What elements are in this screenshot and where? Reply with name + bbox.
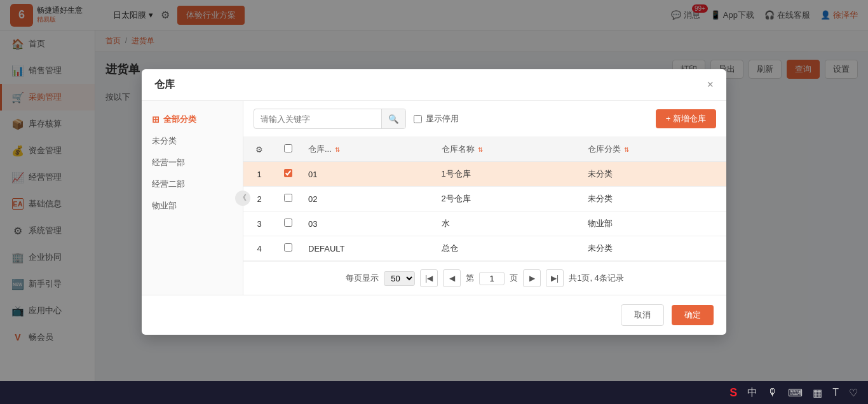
add-warehouse-button[interactable]: + 新增仓库 xyxy=(656,109,716,128)
row-category: 未分类 xyxy=(580,187,726,212)
total-label: 共1页, 4条记录 xyxy=(569,273,624,284)
prev-page-button[interactable]: ◀ xyxy=(443,269,461,287)
table-toolbar: 🔍 显示停用 + 新增仓库 xyxy=(243,101,726,137)
table-wrap: ⚙ 仓库... ⇅ 仓库名称 ⇅ xyxy=(243,137,726,261)
dialog-footer: 取消 确定 xyxy=(142,295,726,335)
warehouse-dialog: 仓库 × ⊞ 全部分类 未分类 经营一部 经营二部 物业部 《 xyxy=(142,69,726,335)
bottom-icon-t[interactable]: T xyxy=(832,387,839,398)
th-code: 仓库... ⇅ xyxy=(301,137,434,162)
row-name: 2号仓库 xyxy=(434,187,580,212)
show-disabled-text: 显示停用 xyxy=(426,113,459,125)
dialog-close-button[interactable]: × xyxy=(707,78,714,91)
row-code: 01 xyxy=(301,162,434,187)
row-checkbox[interactable] xyxy=(284,219,292,227)
sort-icon-category: ⇅ xyxy=(624,146,629,153)
row-category: 未分类 xyxy=(580,162,726,187)
page-label: 第 xyxy=(466,273,474,284)
category-item-property[interactable]: 物业部 xyxy=(142,195,243,217)
category-panel: ⊞ 全部分类 未分类 经营一部 经营二部 物业部 《 xyxy=(142,101,243,295)
row-no: 3 xyxy=(243,212,275,236)
category-item-ops1[interactable]: 经营一部 xyxy=(142,152,243,173)
th-gear: ⚙ xyxy=(243,137,275,162)
row-checkbox[interactable] xyxy=(284,169,292,177)
row-checkbox[interactable] xyxy=(284,194,292,202)
search-box: 🔍 xyxy=(254,109,406,129)
category-collapse-button[interactable]: 《 xyxy=(235,191,250,206)
table-row[interactable]: 3 03 水 物业部 xyxy=(243,212,726,236)
search-button[interactable]: 🔍 xyxy=(381,109,405,128)
row-category: 物业部 xyxy=(580,212,726,236)
next-page-button[interactable]: ▶ xyxy=(523,269,541,287)
modal-overlay: 仓库 × ⊞ 全部分类 未分类 经营一部 经营二部 物业部 《 xyxy=(0,0,868,404)
row-checkbox[interactable] xyxy=(284,243,292,252)
dialog-title: 仓库 xyxy=(154,78,175,91)
row-checkbox-cell xyxy=(275,236,301,261)
category-item-ops2[interactable]: 经营二部 xyxy=(142,173,243,195)
bottom-icon-zh[interactable]: 中 xyxy=(747,386,757,400)
row-no: 4 xyxy=(243,236,275,261)
th-check xyxy=(275,137,301,162)
bottom-icon-mic[interactable]: 🎙 xyxy=(768,387,778,398)
row-name: 水 xyxy=(434,212,580,236)
row-checkbox-cell xyxy=(275,212,301,236)
row-checkbox-cell xyxy=(275,187,301,212)
category-item-uncategorized[interactable]: 未分类 xyxy=(142,130,243,152)
confirm-button[interactable]: 确定 xyxy=(672,305,714,325)
page-suffix: 页 xyxy=(510,273,518,284)
bottom-icon-heart[interactable]: ♡ xyxy=(849,387,858,399)
table-panel: 🔍 显示停用 + 新增仓库 ⚙ xyxy=(243,101,726,295)
show-disabled-checkbox[interactable] xyxy=(414,115,422,123)
category-header[interactable]: ⊞ 全部分类 xyxy=(142,109,243,130)
table-row[interactable]: 4 DEFAULT 总仓 未分类 xyxy=(243,236,726,261)
table-body: 1 01 1号仓库 未分类 2 02 2号仓库 未分类 3 03 水 物业部 4… xyxy=(243,162,726,261)
bottom-icon-keyboard[interactable]: ⌨ xyxy=(788,387,803,399)
dialog-body: ⊞ 全部分类 未分类 经营一部 经营二部 物业部 《 🔍 xyxy=(142,101,726,295)
per-page-select[interactable]: 50 xyxy=(384,271,415,286)
table-header-row: ⚙ 仓库... ⇅ 仓库名称 ⇅ xyxy=(243,137,726,162)
page-input[interactable] xyxy=(479,272,505,285)
row-code: 02 xyxy=(301,187,434,212)
row-no: 1 xyxy=(243,162,275,187)
th-category: 仓库分类 ⇅ xyxy=(580,137,726,162)
pagination: 每页显示 50 |◀ ◀ 第 页 ▶ ▶| 共1页, 4条记录 xyxy=(243,261,726,295)
row-category: 未分类 xyxy=(580,236,726,261)
select-all-checkbox[interactable] xyxy=(284,144,292,152)
table-row[interactable]: 2 02 2号仓库 未分类 xyxy=(243,187,726,212)
last-page-button[interactable]: ▶| xyxy=(546,269,564,287)
warehouse-table: ⚙ 仓库... ⇅ 仓库名称 ⇅ xyxy=(243,137,726,261)
row-name: 总仓 xyxy=(434,236,580,261)
th-code-label: 仓库... xyxy=(308,144,332,154)
row-checkbox-cell xyxy=(275,162,301,187)
row-code: DEFAULT xyxy=(301,236,434,261)
th-name-label: 仓库名称 xyxy=(442,144,475,154)
s-logo: S xyxy=(729,386,737,400)
show-disabled-label[interactable]: 显示停用 xyxy=(414,113,459,125)
category-all-label: 全部分类 xyxy=(163,114,196,125)
cancel-button[interactable]: 取消 xyxy=(621,304,664,326)
sort-icon-name: ⇅ xyxy=(478,146,483,153)
table-row[interactable]: 1 01 1号仓库 未分类 xyxy=(243,162,726,187)
th-name: 仓库名称 ⇅ xyxy=(434,137,580,162)
sort-icon-code: ⇅ xyxy=(335,146,340,153)
grid-icon: ⊞ xyxy=(152,114,159,125)
first-page-button[interactable]: |◀ xyxy=(420,269,438,287)
bottom-icon-grid[interactable]: ▦ xyxy=(813,387,822,399)
search-input[interactable] xyxy=(254,114,381,124)
th-category-label: 仓库分类 xyxy=(588,144,621,154)
row-name: 1号仓库 xyxy=(434,162,580,187)
per-page-label: 每页显示 xyxy=(346,273,379,284)
row-code: 03 xyxy=(301,212,434,236)
bottom-bar: S 中 🎙 ⌨ ▦ T ♡ xyxy=(0,381,868,404)
dialog-header: 仓库 × xyxy=(142,69,726,101)
